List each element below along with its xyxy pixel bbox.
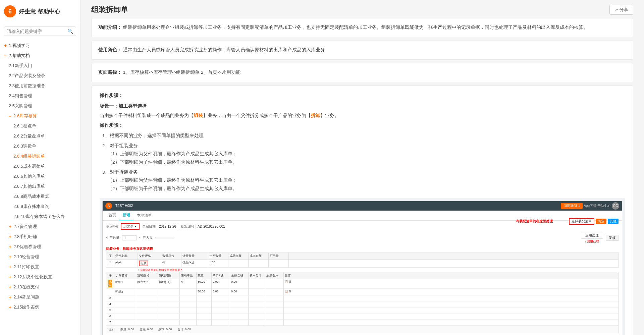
page-title: 组装拆卸单: [91, 5, 128, 15]
scenario1-desc: 当由多个子件材料组装成一个成品的业务为【组装】业务，当由一个父件拆分成多个子产品…: [100, 112, 625, 120]
scr-enable-input[interactable]: 启用处理: [581, 232, 603, 239]
scr-table2-row1: 名称 明细1 颜色:红1 辅助(+1) 个 30.00 0.00 0.00: [106, 279, 618, 289]
scr-qty-input[interactable]: 1: [122, 235, 137, 240]
annotation1-line: [554, 221, 568, 221]
search-icon: 🔍: [67, 29, 73, 34]
sidebar-item-stockcheck[interactable]: 2.6.9库存账本查询: [0, 202, 80, 212]
scr-form-row1: 单据类型 组装单 ▼ 单据日期 2019-12-26: [106, 223, 619, 230]
minus-icon: –: [4, 53, 7, 58]
sidebar-item-cases[interactable]: + 2.15操作案例: [0, 302, 80, 312]
plus-icon-faq: +: [9, 294, 11, 300]
scr-type-selector: 单据类型 组装单 ▼: [106, 223, 140, 230]
scr-lower-table: 序 子件名称 规格型号 辅助属性 辅助单位 数量 单价+税 金额含税 费用分计 …: [106, 272, 619, 333]
logo-area: 6 好生意 帮助中心: [0, 0, 80, 23]
sidebar-item-newbie[interactable]: 2.1新手入门: [0, 61, 80, 71]
annotation1-text: 有装配清单的在这里处理: [516, 219, 553, 224]
sidebar-item-goodscost[interactable]: 2.6.8商品成本重算: [0, 191, 80, 202]
scr-logo: 6: [105, 203, 112, 209]
scr-date-input[interactable]: 2019-12-26: [157, 224, 178, 229]
nav-tree: + 1.视频学习 – 2.帮助文档 2.1新手入门 2.2产品安装及登录 2.3…: [0, 39, 80, 335]
sidebar-item-stocktake[interactable]: 2.6.1盘点单: [0, 121, 80, 131]
share-button[interactable]: ↗ 分享: [609, 5, 633, 15]
annotation3-text: 组装业务、拆卸业务在这里选择: [106, 246, 619, 251]
sidebar-item-adjust[interactable]: 2.6.3调拨单: [0, 141, 80, 151]
sidebar-item-onlinepay[interactable]: + 2.13在线支付: [0, 282, 80, 292]
sidebar-item-otherinstock[interactable]: 2.6.6其他入库单: [0, 171, 80, 181]
sidebar-item-finance[interactable]: + 2.7资金管理: [0, 222, 80, 232]
scr-top-actions: 同期期间-1 App下载 帮助中心 CC: [561, 202, 619, 210]
scr-table2-row5: 5: [106, 308, 618, 314]
sidebar-item-costadj[interactable]: 2.6.5成本调整单: [0, 161, 80, 171]
sidebar-item-docs[interactable]: – 2.帮助文档: [0, 51, 80, 61]
func-intro-label: 功能介绍：: [98, 25, 122, 30]
sidebar-item-purchase[interactable]: 2.5采购管理: [0, 101, 80, 111]
sidebar-item-faq[interactable]: + 2.14常见问题: [0, 292, 80, 302]
scr-spec-red-box: 组装: [139, 261, 148, 266]
logo-text: 好生意 帮助中心: [19, 8, 60, 15]
sidebar-item-sales[interactable]: 2.4销售管理: [0, 91, 80, 101]
scr-person-input[interactable]: [155, 237, 174, 238]
scr-form-row2: 生产数量 1 生产人员 启用处理 ↑ 启用处理: [106, 232, 619, 244]
scr-type-input[interactable]: 组装单 ▼: [121, 223, 140, 230]
minus-icon-inventory: –: [9, 113, 11, 119]
plus-icon-op: +: [9, 254, 11, 260]
scr-date-field: 单据日期 2019-12-26: [142, 224, 178, 229]
sidebar-item-print[interactable]: + 2.11打印设置: [0, 262, 80, 272]
scr-table2-footer: 合计 数量: 0.00 金额: 0.00 成本: 0.00 合计: 0.00: [106, 326, 618, 333]
sidebar-item-splitstock[interactable]: 2.6.2分量盘点单: [0, 131, 80, 141]
sidebar-item-mobile[interactable]: + 2.8手机旺铺: [0, 232, 80, 242]
sidebar-item-assembly[interactable]: 2.6.4组装拆卸单: [0, 151, 80, 161]
search-input[interactable]: [7, 29, 66, 34]
scr-nav-home[interactable]: 首页: [105, 211, 119, 220]
share-icon: ↗: [614, 7, 618, 12]
annotation3-wrapper: 组装业务、拆卸业务在这里选择: [106, 246, 619, 251]
sidebar-item-video[interactable]: + 1.视频学习: [0, 41, 80, 51]
scr-table2-row7: 7: [106, 320, 618, 326]
scr-test-id: TEST-H002: [115, 204, 133, 208]
plus-icon-voucher: +: [9, 244, 11, 249]
func-intro-card: 功能介绍： 组装拆卸单用来处理企业组装或拆卸等加工业务，支持有固定装配清单的产品…: [91, 18, 633, 37]
role-card: 使用角色： 通常由生产人员或库管人员完成拆装业务的操作，库管人员确认原材料的出库…: [91, 41, 633, 60]
plus-icon-print: +: [9, 264, 11, 270]
path-text: 1、库存核算->库存管理->组装拆卸单 2、首页->常用功能: [123, 70, 240, 75]
scr-table1-row1: 1 米米 组装 ↑ 无固定清单可以在组装单位置里录入 件 优先(+1) 1.00: [106, 260, 618, 268]
scr-table2-row2: 明细2 30.00 0.01 0.00 📋: [106, 289, 618, 295]
ops-title: 操作步骤：: [100, 93, 625, 99]
sidebar-item-otheroutstock[interactable]: 2.6.7其他出库单: [0, 181, 80, 191]
scr-top-bar: 6 TEST-H002 同期期间-1 App下载 帮助中心 CC: [103, 201, 622, 211]
sidebar-item-system[interactable]: + 2.12系统个性化设置: [0, 272, 80, 282]
sidebar-item-stockerr[interactable]: 2.6.10库存账本错了怎么办: [0, 212, 80, 222]
scr-table2-row3: 3: [106, 295, 618, 301]
annotation5-text: ↑ 无固定清单可以在组装单位置里录入: [138, 268, 183, 272]
sidebar-item-prepare[interactable]: 2.3使用前数据准备: [0, 81, 80, 91]
sidebar-item-install[interactable]: 2.2产品安装及登录: [0, 71, 80, 81]
scr-confirm-btn[interactable]: 确定: [596, 219, 606, 224]
main-area: 组装拆卸单 ↗ 分享 功能介绍： 组装拆卸单用来处理企业组装或拆卸等加工业务，支…: [80, 0, 644, 335]
scr-batchno-input[interactable]: AD-20191226-001: [196, 224, 227, 229]
scr-nav-new[interactable]: 新增: [119, 211, 133, 220]
scr-review-btn[interactable]: 复核: [606, 235, 619, 241]
logo-icon: 6: [4, 5, 16, 17]
plus-icon-sys: +: [9, 274, 11, 280]
scr-bom-btn[interactable]: 选择装配清单: [569, 218, 594, 225]
sidebar-item-inventory[interactable]: – 2.6库存核算: [0, 111, 80, 121]
scr-help-link: 帮助中心: [597, 204, 611, 208]
plus-icon: +: [4, 43, 7, 48]
scr-table2-row4: 4: [106, 301, 618, 308]
scr-table2-header: 序 子件名称 规格型号 辅助属性 辅助单位 数量 单价+税 金额含税 费用分计 …: [106, 272, 618, 279]
content-area: 功能介绍： 组装拆卸单用来处理企业组装或拆卸等加工业务，支持有固定装配清单的产品…: [80, 18, 644, 335]
step1: 1、根据不同的业务，选择不同单据的类型来处理 2、对于组装业务 （1）上部明细为…: [102, 132, 625, 193]
sidebar-item-operation[interactable]: + 2.10经营管理: [0, 252, 80, 262]
plus-icon-cases: +: [9, 304, 11, 310]
path-label: 页面路径：: [98, 70, 122, 75]
sidebar-item-voucher[interactable]: + 2.9优惠券管理: [0, 242, 80, 252]
scr-other-btn[interactable]: 其他: [608, 219, 619, 224]
plus-icon-mobile: +: [9, 234, 11, 239]
plus-icon-finance: +: [9, 224, 11, 229]
scr-batchno-field: 批次编号 AD-20191226-001: [181, 224, 227, 229]
scr-period-btn[interactable]: 同期期间-1: [561, 203, 583, 209]
annotation4-area: 启用处理 ↑ 启用处理: [581, 232, 603, 244]
scr-nav-list[interactable]: 本地清单: [133, 211, 155, 220]
path-card: 页面路径： 1、库存核算->库存管理->组装拆卸单 2、首页->常用功能: [91, 63, 633, 82]
search-box[interactable]: 🔍: [4, 26, 76, 36]
